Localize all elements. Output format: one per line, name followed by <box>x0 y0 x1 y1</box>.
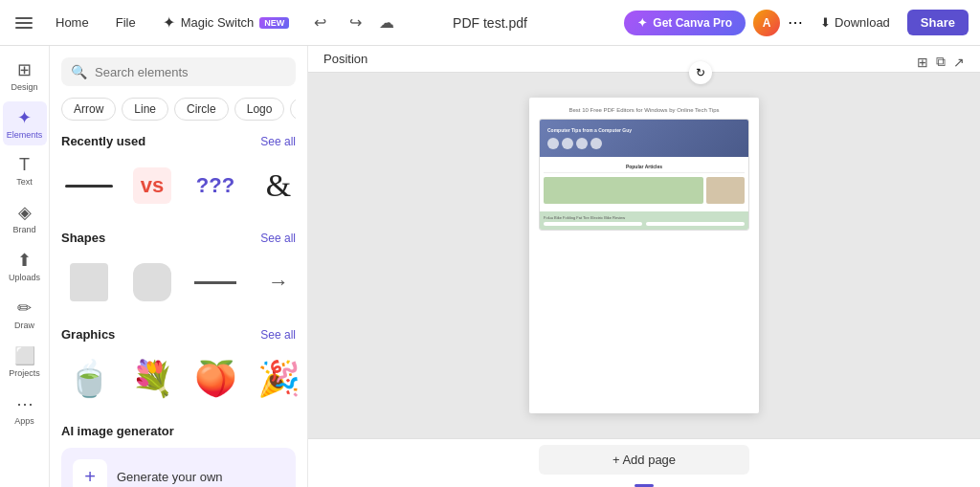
rounded-rect-shape <box>133 263 171 301</box>
tag-arrow[interactable]: Arrow <box>61 98 116 121</box>
sidebar-item-brand[interactable]: ◈ Brand <box>3 196 47 240</box>
shapes-header: Shapes See all <box>61 231 296 245</box>
shapes-title: Shapes <box>61 231 105 245</box>
small-box-1 <box>544 222 642 226</box>
sidebar-item-text[interactable]: T Text <box>3 149 47 192</box>
sidebar-label-brand: Brand <box>12 225 35 234</box>
sidebar-item-uploads[interactable]: ⬆ Uploads <box>3 244 47 288</box>
recent-item-question[interactable]: ??? <box>188 158 243 213</box>
graphic-item-1[interactable]: 🍵 <box>61 351 117 407</box>
graphic-item-2[interactable]: 💐 <box>124 351 180 407</box>
redo-button[interactable]: ↪ <box>344 10 368 35</box>
sidebar-label-text: Text <box>16 177 33 187</box>
graphic-emoji-1: 🍵 <box>68 359 111 399</box>
shape-item-hline[interactable] <box>188 255 243 310</box>
article-bottom-small <box>544 222 745 226</box>
article-images <box>544 177 745 204</box>
article-header: Computer Tips from a Computer Guy <box>540 120 748 157</box>
sidebar-item-projects[interactable]: ⬜ Projects <box>3 340 47 384</box>
share-button[interactable]: Share <box>907 10 969 35</box>
graphics-grid: 🍵 💐 🍑 🎉 <box>61 351 296 407</box>
sidebar-label-uploads: Uploads <box>9 273 40 282</box>
recently-used-see-all[interactable]: See all <box>260 135 296 148</box>
shape-item-arrow[interactable]: → <box>251 255 306 310</box>
graphics-title: Graphics <box>61 327 115 342</box>
download-button[interactable]: ⬇ Download <box>811 10 900 35</box>
article-img-1 <box>544 177 703 204</box>
recent-item-line[interactable] <box>61 158 117 213</box>
article-bottom-title: Foluu Bike Folding Fat Tire Electric Bik… <box>544 215 745 220</box>
arrow-shape: → <box>268 270 289 295</box>
topbar-icons: ⋯ <box>788 13 803 32</box>
small-box-2 <box>646 222 745 226</box>
recent-item-ampersand[interactable]: & <box>251 158 306 213</box>
tag-line[interactable]: Line <box>122 98 168 121</box>
design-icon: ⊞ <box>17 59 32 80</box>
graphic-item-4[interactable]: 🎉 <box>251 351 306 407</box>
menu-icon[interactable] <box>11 13 36 33</box>
recently-used-title: Recently used <box>61 134 145 148</box>
graphic-emoji-3: 🍑 <box>194 359 237 399</box>
topbar: Home File ✦ Magic Switch NEW ↩ ↪ ☁ PDF t… <box>0 0 980 46</box>
graphic-item-3[interactable]: 🍑 <box>188 351 243 407</box>
graphics-see-all[interactable]: See all <box>260 328 296 342</box>
circle-2 <box>562 138 573 149</box>
tag-circle[interactable]: Circle <box>174 98 229 121</box>
tag-logo[interactable]: Logo <box>234 98 285 121</box>
projects-icon: ⬜ <box>14 345 35 366</box>
search-box[interactable]: 🔍 <box>61 57 296 86</box>
canva-logo: ✦ <box>637 16 647 30</box>
sidebar-label-design: Design <box>11 82 37 92</box>
page-canvas[interactable]: Best 10 Free PDF Editors for Windows by … <box>529 98 759 413</box>
graphic-emoji-4: 🎉 <box>257 359 301 399</box>
sidebar-label-elements: Elements <box>7 130 43 140</box>
shape-item-square[interactable] <box>61 255 117 310</box>
ai-section: AI image generator + Generate your own <box>61 424 296 487</box>
bottom-bar: + Add page <box>308 438 980 487</box>
shapes-see-all[interactable]: See all <box>260 232 296 245</box>
undo-button[interactable]: ↩ <box>308 10 332 35</box>
search-input[interactable] <box>95 65 286 79</box>
new-badge: NEW <box>259 17 289 29</box>
rotation-indicator[interactable]: ↻ <box>689 73 712 84</box>
more-icon[interactable]: ⋯ <box>788 13 803 32</box>
position-bar: Position <box>308 46 980 73</box>
topbar-center: PDF test.pdf <box>445 11 535 34</box>
main-layout: ⊞ Design ✦ Elements T Text ◈ Brand ⬆ Upl… <box>0 46 980 487</box>
popular-articles-title: Popular Articles <box>544 161 745 173</box>
topbar-left: Home File ✦ Magic Switch NEW ↩ ↪ ☁ <box>11 10 437 35</box>
circle-1 <box>547 138 559 149</box>
search-icon: 🔍 <box>71 64 87 79</box>
document-title[interactable]: PDF test.pdf <box>445 11 535 34</box>
ampersand-graphic: & <box>266 167 291 204</box>
magic-switch-btn[interactable]: ✦ Magic Switch NEW <box>155 10 298 35</box>
article-body: Popular Articles <box>540 157 748 211</box>
recently-used-grid: vs ??? & <box>61 158 296 213</box>
avatar[interactable]: A <box>753 10 780 36</box>
canvas-viewport[interactable]: ⊞ ⧉ ↗ ↻ Best 10 Free PDF Editors for Win… <box>308 73 980 438</box>
sidebar-item-apps[interactable]: ⋯ Apps <box>3 387 47 432</box>
magic-icon: ✦ <box>163 13 175 32</box>
tag-more[interactable]: Hea > <box>290 98 296 121</box>
ai-generate-box[interactable]: + Generate your own <box>61 448 296 487</box>
shape-item-rounded[interactable] <box>124 255 180 310</box>
add-page-button[interactable]: + Add page <box>539 445 749 475</box>
download-icon: ⬇ <box>820 15 831 30</box>
page-doc-title: Best 10 Free PDF Editors for Windows by … <box>539 107 749 113</box>
shapes-grid: → ‹ <box>61 255 296 310</box>
article-bottom: Foluu Bike Folding Fat Tire Electric Bik… <box>540 211 748 230</box>
sidebar-item-draw[interactable]: ✏ Draw <box>3 292 47 336</box>
get-pro-button[interactable]: ✦ Get Canva Pro <box>624 11 746 35</box>
vs-graphic: vs <box>133 167 171 204</box>
file-nav[interactable]: File <box>108 11 144 33</box>
recent-item-vs[interactable]: vs <box>124 158 180 213</box>
square-shape <box>70 263 108 301</box>
home-nav[interactable]: Home <box>48 11 97 33</box>
ai-plus-button: + <box>73 459 107 487</box>
draw-icon: ✏ <box>17 298 32 319</box>
sidebar-item-elements[interactable]: ✦ Elements <box>3 101 47 145</box>
graphic-emoji-2: 💐 <box>131 359 174 399</box>
sidebar-item-design[interactable]: ⊞ Design <box>3 54 47 98</box>
line-shape <box>65 185 113 188</box>
position-label: Position <box>323 52 368 66</box>
